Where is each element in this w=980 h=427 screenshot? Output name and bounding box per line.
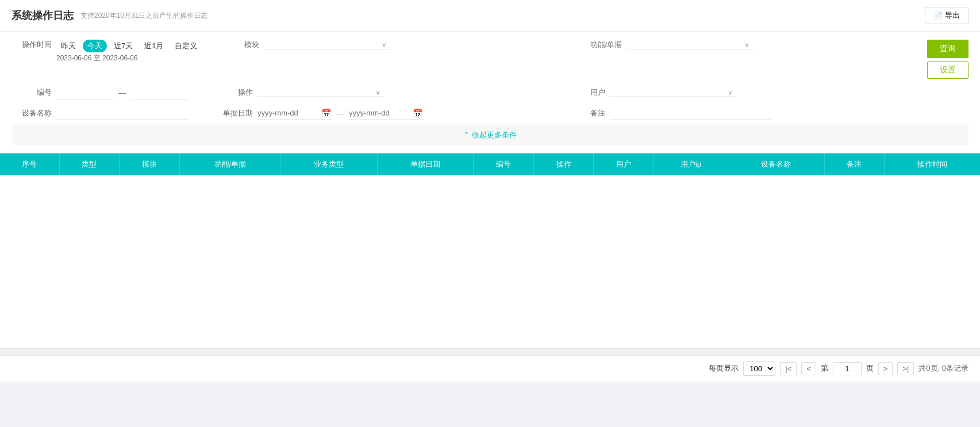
user-select-wrapper (610, 88, 736, 97)
time-custom[interactable]: 自定义 (170, 40, 202, 52)
last-page-btn[interactable]: >| (897, 362, 914, 375)
operation-select[interactable] (258, 88, 384, 97)
per-page-select[interactable]: 100 50 200 (743, 361, 775, 376)
time-7days[interactable]: 近7天 (109, 40, 137, 52)
module-select[interactable] (264, 40, 390, 49)
time-today[interactable]: 今天 (83, 40, 107, 52)
user-label: 用户 (565, 87, 605, 98)
time-yesterday[interactable]: 昨天 (56, 40, 80, 52)
table-col-功能/单据: 功能/单据 (179, 153, 280, 175)
table-col-用户ip: 用户ip (654, 153, 728, 175)
filter-panel: 操作时间 昨天 今天 近7天 近1月 自定义 2023-06-06 至 2023… (0, 32, 980, 153)
table-col-操作时间: 操作时间 (884, 153, 980, 175)
prev-page-btn[interactable]: < (801, 362, 816, 375)
table-col-设备名称: 设备名称 (728, 153, 824, 175)
code-dash: — (118, 89, 126, 97)
first-page-btn[interactable]: |< (780, 362, 797, 375)
code-end-input[interactable] (130, 86, 188, 99)
empty-row (0, 175, 980, 348)
query-button[interactable]: 查询 (927, 40, 969, 58)
table-col-业务类型: 业务类型 (281, 153, 378, 175)
date-from-wrapper: 📅 (258, 106, 332, 120)
func-label: 功能/单据 (582, 40, 622, 50)
time-1month[interactable]: 近1月 (140, 40, 168, 52)
table-col-模块: 模块 (120, 153, 179, 175)
code-start-input[interactable] (56, 86, 114, 99)
horizontal-scrollbar[interactable] (0, 348, 980, 355)
func-select-wrapper (627, 40, 753, 49)
page-input[interactable] (833, 362, 862, 375)
collapse-label: 收起更多条件 (472, 130, 517, 139)
date-range-display: 2023-06-06 至 2023-06-06 (56, 53, 202, 63)
device-label: 设备名称 (11, 108, 52, 118)
table-col-操作: 操作 (533, 153, 593, 175)
date-dash: — (337, 109, 344, 118)
calendar-from-icon[interactable]: 📅 (321, 109, 331, 118)
table-container: 序号类型模块功能/单据业务类型单据日期编号操作用户用户ip设备名称备注操作时间 (0, 153, 980, 348)
func-select[interactable] (627, 40, 753, 49)
data-table: 序号类型模块功能/单据业务类型单据日期编号操作用户用户ip设备名称备注操作时间 (0, 153, 980, 348)
page-label: 第 (821, 363, 828, 374)
time-label: 操作时间 (11, 40, 52, 50)
table-body (0, 175, 980, 348)
table-col-备注: 备注 (824, 153, 884, 175)
page-title: 系统操作日志 (11, 9, 74, 22)
module-label: 模块 (219, 40, 259, 50)
operation-select-wrapper (258, 88, 384, 97)
page-header: 系统操作日志 支持2020年10月31日之后产生的操作日志 📄 导出 (0, 0, 980, 32)
table-col-用户: 用户 (594, 153, 654, 175)
table-col-序号: 序号 (0, 153, 59, 175)
calendar-to-icon[interactable]: 📅 (413, 109, 422, 118)
export-button[interactable]: 📄 导出 (925, 7, 969, 24)
voucher-date-label: 单据日期 (213, 108, 253, 118)
user-select[interactable] (610, 88, 736, 97)
pagination-bar: 每页显示 100 50 200 |< < 第 页 > >| 共0页, 0条记录 (0, 355, 980, 382)
per-page-label: 每页显示 (709, 363, 739, 374)
date-to-wrapper: 📅 (349, 106, 424, 120)
table-col-编号: 编号 (474, 153, 533, 175)
page-suffix: 页 (866, 363, 874, 374)
action-buttons: 查询 设置 (927, 40, 969, 79)
remark-label: 备注 (565, 108, 605, 118)
device-input[interactable] (56, 106, 189, 120)
remark-input[interactable] (610, 106, 771, 120)
table-col-类型: 类型 (59, 153, 119, 175)
table-header: 序号类型模块功能/单据业务类型单据日期编号操作用户用户ip设备名称备注操作时间 (0, 153, 980, 175)
collapse-bar[interactable]: ⌃ 收起更多条件 (11, 125, 969, 145)
next-page-btn[interactable]: > (878, 362, 893, 375)
operation-label: 操作 (213, 87, 253, 98)
export-icon: 📄 (933, 11, 943, 20)
module-select-wrapper (264, 40, 390, 49)
table-col-单据日期: 单据日期 (377, 153, 474, 175)
settings-button[interactable]: 设置 (927, 61, 969, 79)
total-info: 共0页, 0条记录 (918, 363, 969, 374)
page-subtitle: 支持2020年10月31日之后产生的操作日志 (80, 11, 207, 21)
collapse-icon: ⌃ (463, 130, 472, 139)
code-label: 编号 (11, 87, 52, 98)
